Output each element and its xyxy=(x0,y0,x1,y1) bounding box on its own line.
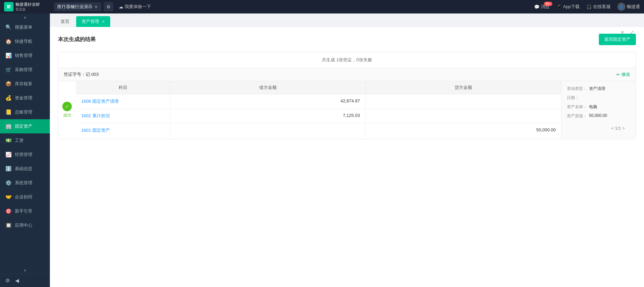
ledger-icon: 📒 xyxy=(5,109,11,115)
voucher-section: 凭证字号：记-003 ✏ 修改 ✓ 成功 xyxy=(58,68,636,139)
subject-cell-3: 1601 固定资产 xyxy=(76,123,170,137)
sidebar-item-app-center[interactable]: 🔲 应用中心 xyxy=(0,218,50,232)
guide-icon: 🎯 xyxy=(5,208,11,214)
sidebar-scroll: 🔍 搜索菜单 🏠 快捷导航 📊 销售管理 🛒 采购管理 📦 库存核算 💰 xyxy=(0,20,50,267)
debit-cell-1: 42,874.97 xyxy=(170,94,366,108)
sidebar-item-fixed-assets[interactable]: 🏢 固定资产 xyxy=(0,119,50,133)
sidebar-item-basic-info[interactable]: ℹ️ 基础信息 xyxy=(0,162,50,176)
pagination[interactable]: < 1/1 > xyxy=(567,122,630,134)
tab-bar: 首页 资产管理 ✕ xyxy=(50,13,644,27)
sidebar-scroll-down[interactable]: ▼ xyxy=(0,267,50,274)
voucher-id: 凭证字号：记-003 xyxy=(64,71,99,77)
headset-icon: 🎧 xyxy=(586,4,592,9)
workspace-selector[interactable]: 医疗器械行业演示 ▼ xyxy=(54,2,101,11)
message-badge: 99+ xyxy=(544,2,552,6)
asset-name-label: 资产名称： xyxy=(567,104,587,110)
asset-name-value: 电脑 xyxy=(589,104,597,110)
page-content: ✕ ⤢ 本次生成的结果 返回固定资产 共生成 1张凭证，0张失败 凭证字号：记-… xyxy=(50,27,644,287)
enterprise-icon: 🤝 xyxy=(5,194,11,200)
credit-cell-1 xyxy=(366,94,561,108)
result-area: 共生成 1张凭证，0张失败 凭证字号：记-003 ✏ 修改 xyxy=(58,52,636,139)
sidebar-item-beginner[interactable]: 🎯 新手引导 xyxy=(0,204,50,218)
col-subject: 科目 xyxy=(76,81,170,94)
tab-home[interactable]: 首页 xyxy=(55,16,75,27)
search-icon: 🔍 xyxy=(5,24,11,30)
col-credit: 贷方金额 xyxy=(366,81,561,94)
gear-button[interactable]: ⚙ xyxy=(104,2,113,11)
collapse-icon[interactable]: ◀ xyxy=(15,278,19,284)
finance-icon: 💰 xyxy=(5,95,11,101)
download-icon: 📱 xyxy=(556,4,562,9)
payroll-icon: 💵 xyxy=(5,137,11,144)
subject-cell-1: 1606 固定资产清理 xyxy=(76,94,170,108)
asset-value-row: 资产原值： 50,000.00 xyxy=(567,113,630,119)
change-type-label: 变动类型： xyxy=(567,86,587,92)
voucher-header-bar: 凭证字号：记-003 ✏ 修改 xyxy=(58,68,636,81)
voucher-body: ✓ 成功 科目 借方金额 贷方金额 160 xyxy=(58,81,636,139)
detail-panel: 变动类型： 资产清理 日期： 资产名称： 电脑 xyxy=(561,81,636,139)
success-icon: ✓ xyxy=(62,102,72,111)
status-cell: ✓ 成功 xyxy=(58,81,76,139)
asset-value-label: 资产原值： xyxy=(567,113,587,119)
sidebar-item-payroll[interactable]: 💵 工资 xyxy=(0,133,50,148)
expand-panel-button[interactable]: ⤢ xyxy=(628,28,636,36)
page-title: 本次生成的结果 xyxy=(58,36,96,43)
building-icon: 🏢 xyxy=(5,123,11,129)
close-panel-button[interactable]: ✕ xyxy=(618,28,626,36)
main-layout: ▲ 🔍 搜索菜单 🏠 快捷导航 📊 销售管理 🛒 采购管理 📦 库存核算 xyxy=(0,13,644,287)
sidebar-item-system[interactable]: ⚙️ 系统管理 xyxy=(0,176,50,190)
sidebar-item-purchase[interactable]: 🛒 采购管理 xyxy=(0,63,50,77)
sales-icon: 📊 xyxy=(5,53,11,59)
message-icon: 💬 xyxy=(534,4,540,9)
top-header: 财 畅捷通好业财 普及版 医疗器械行业演示 ▼ ⚙ ☁ 我要体验一下 💬 消息 … xyxy=(0,0,644,13)
credit-cell-3: 50,000.00 xyxy=(366,123,561,137)
inventory-icon: 📦 xyxy=(5,81,11,87)
result-summary: 共生成 1张凭证，0张失败 xyxy=(58,52,636,68)
sidebar-item-search[interactable]: 🔍 搜索菜单 xyxy=(0,20,50,34)
sidebar-item-inventory[interactable]: 📦 库存核算 xyxy=(0,77,50,91)
info-icon: ℹ️ xyxy=(5,166,11,172)
cloud-icon: ☁ xyxy=(119,4,123,9)
asset-value-value: 50,000.00 xyxy=(589,113,607,119)
settings-bottom-icon[interactable]: ⚙ xyxy=(5,278,10,284)
header-right: 💬 消息 99+ 📱 App下载 🎧 在线客服 👤 畅捷通 xyxy=(534,3,640,11)
col-debit: 借方金额 xyxy=(170,81,366,94)
table-header: 科目 借方金额 贷方金额 xyxy=(76,81,561,94)
user-profile[interactable]: 👤 畅捷通 xyxy=(617,3,640,11)
logo-text: 畅捷通好业财 普及版 xyxy=(16,2,40,12)
change-type-value: 资产清理 xyxy=(589,86,605,92)
chevron-down-icon: ▼ xyxy=(94,5,98,9)
edit-button[interactable]: ✏ 修改 xyxy=(616,71,630,77)
debit-cell-3 xyxy=(170,123,366,137)
purchase-icon: 🛒 xyxy=(5,67,11,73)
credit-cell-2 xyxy=(366,109,561,123)
sidebar-item-ledger[interactable]: 📒 总账管理 xyxy=(0,105,50,119)
experience-button[interactable]: ☁ 我要体验一下 xyxy=(119,4,151,10)
sidebar-item-operations[interactable]: 📈 经营管理 xyxy=(0,148,50,162)
change-type-row: 变动类型： 资产清理 xyxy=(567,86,630,92)
tab-close-icon[interactable]: ✕ xyxy=(102,20,105,24)
page-header: 本次生成的结果 返回固定资产 xyxy=(58,34,636,45)
sidebar-item-sales[interactable]: 📊 销售管理 xyxy=(0,49,50,63)
subject-cell-2: 1602 累计折旧 xyxy=(76,109,170,123)
app-download-button[interactable]: 📱 App下载 xyxy=(556,4,580,10)
logo-area: 财 畅捷通好业财 普及版 xyxy=(4,2,54,12)
avatar: 👤 xyxy=(617,3,625,11)
online-service-button[interactable]: 🎧 在线客服 xyxy=(586,4,611,10)
app-center-icon: 🔲 xyxy=(5,222,11,228)
sidebar-item-enterprise[interactable]: 🤝 企业协同 xyxy=(0,190,50,204)
tab-asset-management[interactable]: 资产管理 ✕ xyxy=(76,16,110,27)
sidebar-item-finance[interactable]: 💰 资金管理 xyxy=(0,91,50,105)
sidebar-scroll-up[interactable]: ▲ xyxy=(0,13,50,20)
logo-icon: 财 xyxy=(4,2,13,11)
table-row: 1606 固定资产清理 42,874.97 xyxy=(76,94,561,109)
message-button[interactable]: 💬 消息 99+ xyxy=(534,4,550,10)
sidebar-bottom: ⚙ ◀ xyxy=(0,274,50,287)
edit-icon: ✏ xyxy=(616,72,620,77)
system-icon: ⚙️ xyxy=(5,180,11,186)
asset-name-row: 资产名称： 电脑 xyxy=(567,104,630,110)
table-row: 1601 固定资产 50,000.00 xyxy=(76,123,561,137)
voucher-table: 科目 借方金额 贷方金额 1606 固定资产清理 42,874.97 xyxy=(76,81,561,139)
date-row: 日期： xyxy=(567,95,630,101)
sidebar-item-quick-nav[interactable]: 🏠 快捷导航 xyxy=(0,34,50,49)
